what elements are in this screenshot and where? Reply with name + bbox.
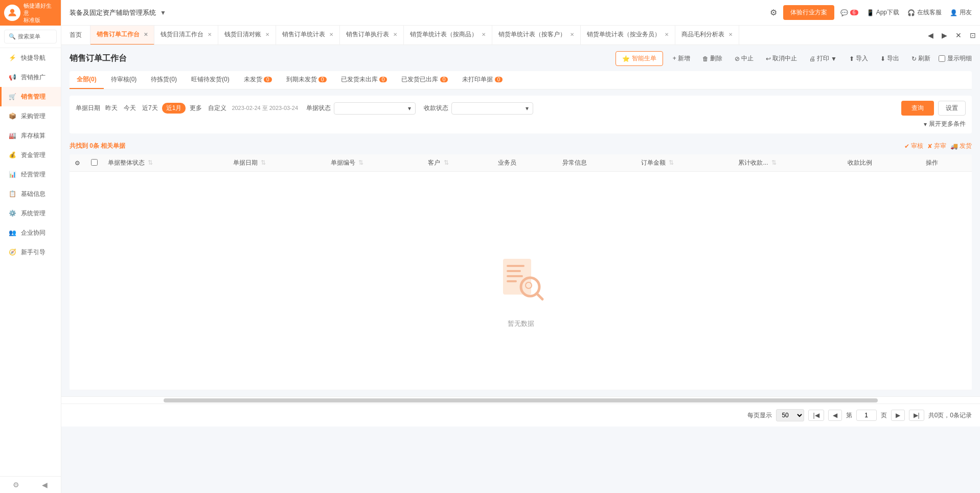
sort-date-icon[interactable]: ⇅ [261, 159, 266, 166]
sub-tab-not-shipped[interactable]: 未发货 0 [237, 71, 279, 89]
tab-nav-prev[interactable]: ◀ [924, 29, 938, 41]
pagination-next-btn[interactable]: ▶ [891, 410, 905, 421]
close-tab-sales-sum-customer[interactable]: ✕ [570, 32, 574, 37]
tab-cash-daily[interactable]: 钱货日清工作台 ✕ [154, 26, 218, 45]
query-button[interactable]: 查询 [901, 101, 934, 116]
pagination-prev-btn[interactable]: ◀ [828, 410, 842, 421]
sub-tab-all[interactable]: 全部(0) [70, 71, 104, 89]
filter-payment-select[interactable]: ▾ [451, 102, 533, 115]
filter-date-7days[interactable]: 近7天 [140, 103, 160, 114]
sidebar-search[interactable]: 🔍 搜索菜单 [0, 26, 61, 48]
refresh-button[interactable]: ↻ 刷新 [907, 52, 935, 65]
sidebar-item-guide[interactable]: 🧭 新手引导 [0, 242, 61, 262]
total-records: 共0页，0条记录 [928, 411, 972, 420]
app-download-btn[interactable]: 📱 App下载 [867, 8, 899, 17]
show-detail-checkbox[interactable] [939, 55, 945, 62]
sidebar-collapse-btn[interactable]: ◀ [33, 481, 57, 489]
close-tab-sales-workbench[interactable]: ✕ [144, 32, 148, 37]
filter-date-today[interactable]: 今天 [122, 103, 138, 114]
close-tab-sales-sum-product[interactable]: ✕ [482, 32, 486, 37]
filter-date-1month[interactable]: 近1月 [162, 103, 186, 114]
filter-date-custom[interactable]: 自定义 [206, 103, 229, 114]
set-button[interactable]: 设置 [938, 101, 966, 116]
tab-home[interactable]: 首页 [61, 26, 90, 45]
filter-status-select[interactable]: ▾ [334, 102, 416, 115]
import-button[interactable]: ⬆ 导入 [845, 52, 872, 65]
sub-tab-not-printed[interactable]: 未打印单据 0 [455, 71, 510, 89]
tab-nav-next[interactable]: ▶ [938, 29, 951, 41]
sidebar-item-inventory[interactable]: 🏭 库存核算 [0, 126, 61, 145]
sub-tab-shipped-out[interactable]: 已发货已出库 0 [394, 71, 455, 89]
sidebar-item-sales[interactable]: 🛒 销售管理 [0, 87, 61, 106]
sub-tab-pending-pickup[interactable]: 待拣货(0) [144, 71, 184, 89]
close-tab-sales-stat[interactable]: ✕ [329, 32, 333, 37]
sub-tab-overdue-not-shipped[interactable]: 到期未发货 0 [279, 71, 334, 89]
tab-gross-margin[interactable]: 商品毛利分析表 ✕ [675, 26, 739, 45]
delete-button[interactable]: 🗑 删除 [698, 52, 726, 65]
add-button[interactable]: + 新增 [667, 52, 694, 65]
close-tab-sales-sum-staff[interactable]: ✕ [665, 32, 669, 37]
sort-received-icon[interactable]: ⇅ [771, 159, 777, 166]
close-tab-cash-reconcile[interactable]: ✕ [265, 32, 269, 37]
sidebar-item-purchase[interactable]: 📦 采购管理 [0, 106, 61, 126]
scrollbar-thumb[interactable] [164, 398, 878, 402]
sidebar-item-operations[interactable]: 📊 经营管理 [0, 165, 61, 184]
sub-tab-pending-review[interactable]: 待审核(0) [104, 71, 144, 89]
pagination-first-btn[interactable]: |◀ [808, 410, 824, 421]
tab-maximize[interactable]: ⊡ [966, 29, 980, 41]
cancel-review-icon: ✘ [927, 143, 932, 150]
close-tab-gross-margin[interactable]: ✕ [728, 32, 733, 37]
tab-sales-exec[interactable]: 销售订单执行表 ✕ [340, 26, 404, 45]
close-tab-cash-daily[interactable]: ✕ [208, 32, 212, 37]
online-service-btn[interactable]: 🎧 在线客服 [907, 8, 942, 17]
solution-button[interactable]: 体验行业方案 [783, 5, 834, 20]
filter-status: 单据状态 ▾ [306, 102, 416, 115]
tab-sales-sum-staff[interactable]: 销货单统计表（按业务员） ✕ [581, 26, 675, 45]
filter-date-more[interactable]: 更多 [188, 103, 204, 114]
export-button[interactable]: ⬇ 导出 [876, 52, 903, 65]
sidebar-settings-btn[interactable]: ⚙ [4, 481, 29, 489]
cancel-pause-button[interactable]: ↩ 取消中止 [762, 52, 801, 65]
message-btn[interactable]: 💬 6 [840, 9, 858, 16]
smart-create-button[interactable]: ⭐ 智能生单 [616, 51, 663, 66]
sort-status-icon[interactable]: ⇅ [148, 159, 153, 166]
tab-sales-stat[interactable]: 销售订单统计表 ✕ [276, 26, 340, 45]
settings-icon[interactable]: ⚙ [75, 160, 80, 167]
sub-tab-shipped-not-out[interactable]: 已发货未出库 0 [334, 71, 395, 89]
review-action-btn[interactable]: ✔ 审核 [904, 142, 923, 150]
sidebar-item-enterprise[interactable]: 👥 企业协同 [0, 223, 61, 242]
print-button[interactable]: 🖨 打印 ▼ [805, 52, 841, 65]
tab-sales-sum-customer[interactable]: 销货单统计表（按客户） ✕ [492, 26, 581, 45]
filter-date-yesterday[interactable]: 昨天 [103, 103, 120, 114]
search-menu-button[interactable]: 🔍 搜索菜单 [4, 30, 57, 43]
sidebar-item-basic[interactable]: 📋 基础信息 [0, 184, 61, 204]
user-btn[interactable]: 👤 用友 [950, 8, 972, 17]
tab-sales-sum-product[interactable]: 销货单统计表（按商品） ✕ [404, 26, 492, 45]
sub-tab-wangpu[interactable]: 旺铺待发货(0) [184, 71, 237, 89]
page-actions: ⭐ 智能生单 + 新增 🗑 删除 ⊘ 中止 [616, 51, 972, 66]
box-icon: 📦 [8, 111, 17, 121]
tab-sales-workbench[interactable]: 销售订单工作台 ✕ [90, 26, 154, 45]
ship-action-btn[interactable]: 🚚 发货 [950, 142, 972, 150]
sidebar-item-finance[interactable]: 💰 资金管理 [0, 145, 61, 165]
pause-button[interactable]: ⊘ 中止 [731, 52, 758, 65]
sort-amount-icon[interactable]: ⇅ [669, 159, 674, 166]
horizontal-scrollbar[interactable] [61, 396, 980, 404]
per-page-select[interactable]: 10 20 50 100 [776, 409, 804, 421]
sidebar-item-marketing[interactable]: 📢 营销推广 [0, 68, 61, 87]
show-detail-checkbox-label[interactable]: 显示明细 [939, 54, 972, 63]
sidebar-item-system[interactable]: ⚙️ 系统管理 [0, 204, 61, 223]
tab-close-all[interactable]: ✕ [951, 29, 966, 41]
sort-customer-icon[interactable]: ⇅ [444, 159, 449, 166]
topbar-settings-btn[interactable]: ⚙ [770, 8, 777, 17]
expand-conditions-btn[interactable]: ▾ 展开更多条件 [924, 120, 966, 128]
page-input[interactable] [856, 410, 877, 421]
select-all-checkbox[interactable] [91, 159, 98, 166]
pagination-last-btn[interactable]: ▶| [909, 410, 924, 421]
module-dropdown-btn[interactable]: ▼ [160, 9, 166, 16]
sort-number-icon[interactable]: ⇅ [358, 159, 363, 166]
cancel-review-btn[interactable]: ✘ 弃审 [927, 142, 946, 150]
close-tab-sales-exec[interactable]: ✕ [393, 32, 397, 37]
sidebar-item-quick-nav[interactable]: ⚡ 快捷导航 [0, 48, 61, 68]
tab-cash-reconcile[interactable]: 钱货日清对账 ✕ [218, 26, 276, 45]
